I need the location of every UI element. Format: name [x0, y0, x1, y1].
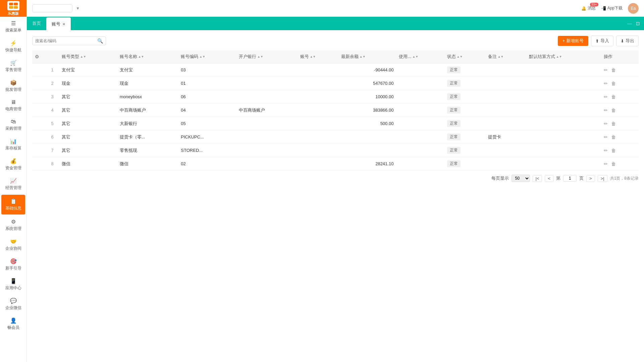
sidebar-item-finance[interactable]: 💰 资金管理 — [0, 155, 26, 174]
sort-type[interactable]: 账号类型 ▲▼ — [62, 54, 86, 60]
page-label: 第 — [556, 175, 560, 181]
sidebar-item-wechat[interactable]: 💬 企业微信 — [0, 294, 26, 314]
add-account-button[interactable]: + 新增账号 — [558, 36, 588, 46]
tab-accounts[interactable]: 账号 ✕ — [46, 17, 71, 31]
row-default-settle — [526, 63, 601, 77]
row-type: 微信 — [59, 157, 117, 171]
svg-rect-0 — [9, 3, 13, 5]
sort-remark[interactable]: 备注 ▲▼ — [488, 54, 504, 60]
row-code: PICKUPC... — [178, 130, 236, 144]
row-type: 其它 — [59, 104, 117, 117]
tab-maximize-icon[interactable]: ⊡ — [635, 20, 641, 27]
tab-close-icon[interactable]: ✕ — [62, 22, 65, 26]
dropdown-arrow-icon[interactable]: ▼ — [76, 6, 80, 11]
col-account-header[interactable]: 账号 ▲▼ — [298, 50, 338, 63]
sidebar-item-system[interactable]: ⚙ 系统管理 — [0, 215, 26, 235]
sort-balance[interactable]: 最新余额 ▲▼ — [341, 54, 366, 60]
col-remark-header[interactable]: 备注 ▲▼ — [485, 50, 526, 63]
col-bank-header[interactable]: 开户银行 ▲▼ — [236, 50, 298, 63]
row-index: 1 — [46, 63, 59, 77]
messages-button[interactable]: 🔔 消息 99+ — [581, 5, 596, 11]
sidebar-item-guide[interactable]: 🎯 新手引导 — [0, 255, 26, 275]
sidebar-item-basic-info[interactable]: 📋 基础信息 — [1, 195, 25, 215]
search-box[interactable]: 🔍 — [32, 37, 106, 45]
sidebar-item-app-center[interactable]: 📱 应用中心 — [0, 275, 26, 294]
edit-button[interactable]: ✏ — [604, 148, 608, 153]
import-button[interactable]: ⬆ 导入 — [591, 36, 613, 46]
row-index: 5 — [46, 117, 59, 130]
sort-code[interactable]: 账号编码 ▲▼ — [181, 54, 205, 60]
sort-status[interactable]: 状态 ▲▼ — [447, 54, 463, 60]
edit-button[interactable]: ✏ — [604, 161, 608, 167]
edit-button[interactable]: ✏ — [604, 121, 608, 126]
page-input[interactable] — [563, 175, 577, 182]
sidebar-item-quick-nav[interactable]: ⚡ 快捷导航 — [0, 37, 26, 56]
edit-button[interactable]: ✏ — [604, 67, 608, 73]
sidebar-item-ecommerce[interactable]: 🖥 电商管理 — [0, 96, 26, 115]
sidebar-item-wholesale[interactable]: 📦 批发管理 — [0, 76, 26, 96]
row-index: 6 — [46, 130, 59, 144]
col-status-header[interactable]: 状态 ▲▼ — [444, 50, 485, 63]
delete-button[interactable]: 🗑 — [611, 67, 616, 73]
sort-name[interactable]: 账号名称 ▲▼ — [120, 54, 144, 60]
edit-button[interactable]: ✏ — [604, 94, 608, 100]
tab-minimize-icon[interactable]: — — [626, 20, 633, 27]
sidebar-item-member[interactable]: 👤 畅会员 — [0, 314, 26, 334]
delete-button[interactable]: 🗑 — [611, 134, 616, 140]
export-button[interactable]: ⬇ 导出 — [616, 36, 639, 46]
sidebar-item-retail[interactable]: 🛒 零售管理 — [0, 56, 26, 76]
sidebar-item-operations[interactable]: 📈 经营管理 — [0, 174, 26, 194]
last-page-button[interactable]: >| — [598, 175, 607, 182]
row-name: 支付宝 — [117, 63, 178, 77]
search-input[interactable] — [35, 39, 97, 43]
sidebar-item-enterprise[interactable]: 🤝 企业协同 — [0, 235, 26, 255]
row-actions: ✏ 🗑 — [601, 90, 639, 104]
edit-button[interactable]: ✏ — [604, 108, 608, 113]
sidebar-label-wholesale: 批发管理 — [5, 87, 21, 93]
delete-button[interactable]: 🗑 — [611, 108, 616, 113]
sort-bank[interactable]: 开户银行 ▲▼ — [239, 54, 263, 60]
app-download-button[interactable]: 📲 App下载 — [601, 5, 623, 11]
sort-default-settle[interactable]: 默认结算方式 ▲▼ — [529, 54, 562, 60]
top-search-input[interactable] — [32, 4, 72, 12]
row-type: 现金 — [59, 77, 117, 90]
sidebar-item-purchase[interactable]: 🛍 采购管理 — [0, 115, 26, 135]
edit-button[interactable]: ✏ — [604, 134, 608, 140]
col-code-header[interactable]: 账号编码 ▲▼ — [178, 50, 236, 63]
table-row: 5 其它 大新银行 05 500.00 正常 ✏ 🗑 — [32, 117, 639, 130]
delete-button[interactable]: 🗑 — [611, 161, 616, 167]
bag-icon: 🛍 — [11, 119, 16, 125]
per-page-select[interactable]: 50 20 100 — [512, 175, 530, 182]
settings-icon[interactable]: ⚙ — [35, 54, 39, 59]
delete-button[interactable]: 🗑 — [611, 81, 616, 86]
tab-home-label: 首页 — [32, 20, 41, 26]
row-type: 其它 — [59, 144, 117, 157]
sidebar-item-inventory[interactable]: 📊 库存核算 — [0, 135, 26, 155]
user-avatar[interactable]: Ea — [628, 3, 639, 14]
col-default-settle-header[interactable]: 默认结算方式 ▲▼ — [526, 50, 601, 63]
next-page-button[interactable]: > — [586, 175, 595, 182]
sort-usage[interactable]: 使用... ▲▼ — [399, 54, 418, 60]
edit-button[interactable]: ✏ — [604, 81, 608, 86]
prev-page-button[interactable]: < — [545, 175, 553, 182]
sidebar-label-finance: 资金管理 — [5, 165, 21, 171]
first-page-button[interactable]: |< — [533, 175, 542, 182]
row-remark — [485, 77, 526, 90]
row-actions: ✏ 🗑 — [601, 157, 639, 171]
col-balance-header[interactable]: 最新余额 ▲▼ — [338, 50, 396, 63]
col-usage-header[interactable]: 使用... ▲▼ — [396, 50, 444, 63]
chart-icon: 📊 — [10, 138, 17, 144]
col-name-header[interactable]: 账号名称 ▲▼ — [117, 50, 178, 63]
tab-home[interactable]: 首页 — [27, 17, 46, 30]
delete-button[interactable]: 🗑 — [611, 121, 616, 126]
sort-account[interactable]: 账号 ▲▼ — [300, 54, 316, 60]
chat-icon: 💬 — [10, 298, 17, 304]
row-default-settle — [526, 104, 601, 117]
sidebar-label-quick: 快捷导航 — [5, 47, 21, 53]
sidebar-item-search-menu[interactable]: ☰ 搜索菜单 — [0, 17, 26, 37]
row-remark — [485, 104, 526, 117]
svg-rect-1 — [14, 3, 18, 5]
col-type-header[interactable]: 账号类型 ▲▼ — [59, 50, 117, 63]
delete-button[interactable]: 🗑 — [611, 148, 616, 153]
delete-button[interactable]: 🗑 — [611, 94, 616, 100]
